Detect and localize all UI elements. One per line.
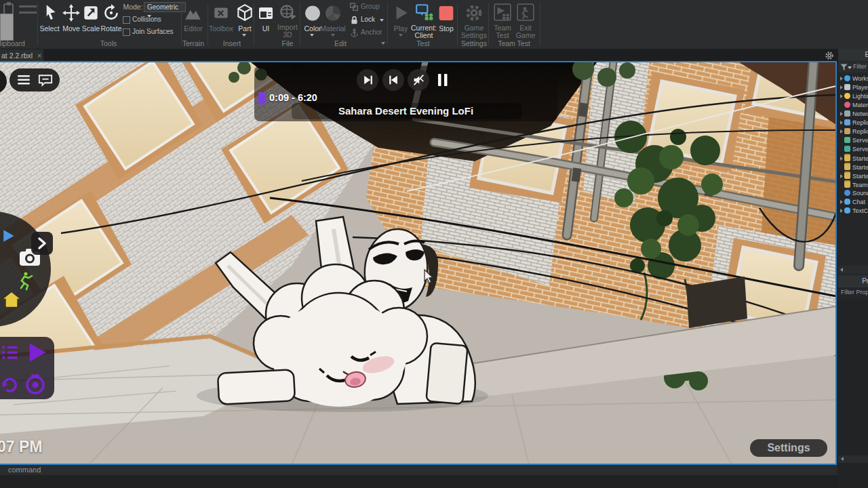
explorer-item-networkclient[interactable]: NetworkClient — [838, 110, 868, 119]
material-caret-icon[interactable] — [331, 34, 335, 37]
starterpack-icon — [844, 163, 850, 170]
explorer-item-soundservice[interactable]: SoundService — [838, 189, 868, 198]
expand-arrow-icon[interactable] — [840, 85, 843, 89]
color-caret-icon[interactable] — [310, 34, 314, 37]
filter-caret-icon — [848, 66, 852, 69]
tab-close-icon[interactable]: × — [37, 52, 41, 60]
expand-arrow-icon[interactable] — [840, 112, 843, 116]
play-button[interactable] — [391, 3, 411, 22]
paste-icon[interactable] — [1, 1, 18, 15]
run-icon[interactable] — [15, 271, 34, 291]
copy-shortcut[interactable] — [19, 5, 37, 7]
ui-icon — [256, 5, 275, 22]
explorer-filter-row[interactable]: Filter workspace — [838, 62, 868, 73]
viewport-gear-icon[interactable] — [825, 51, 834, 60]
explorer-item-lighting[interactable]: Lighting — [838, 92, 868, 101]
command-bar[interactable]: command — [0, 465, 837, 475]
chat-icon[interactable] — [38, 74, 53, 87]
part-button[interactable] — [235, 3, 255, 22]
insert-group-label: Insert — [217, 39, 247, 47]
explorer-item-workspace[interactable]: Workspace — [838, 75, 868, 83]
snapshot-camera-icon[interactable] — [24, 373, 46, 395]
explorer-item-label: ReplicatedStorage — [852, 128, 868, 135]
group-button[interactable]: Group — [350, 2, 391, 13]
mode-value: Geometric — [147, 3, 178, 11]
stop-button[interactable] — [437, 4, 456, 22]
team-test-icon — [492, 3, 513, 22]
mode-dropdown[interactable]: Geometric — [144, 2, 186, 12]
viewport-scene[interactable] — [0, 62, 836, 465]
exit-game-button[interactable] — [515, 3, 536, 22]
expand-arrow-icon[interactable] — [840, 129, 843, 134]
collisions-checkbox[interactable] — [123, 16, 130, 24]
exit-game-icon — [515, 3, 536, 22]
explorer-item-replicatedstorage[interactable]: ReplicatedStorage — [838, 127, 868, 136]
ui-button[interactable] — [256, 5, 275, 22]
startergui-icon — [844, 154, 850, 161]
join-surfaces-checkbox[interactable] — [123, 28, 130, 36]
color-button[interactable] — [303, 4, 322, 22]
explorer-item-serverscriptservice[interactable]: ServerScriptService — [838, 136, 868, 145]
explorer-item-players[interactable]: Players — [838, 83, 868, 92]
rotate-button[interactable] — [100, 3, 122, 22]
properties-filter-placeholder[interactable]: Filter Properties — [841, 289, 868, 296]
settings-button[interactable]: Settings — [750, 439, 827, 457]
song-progress-bar[interactable] — [258, 92, 265, 104]
explorer-item-startergui[interactable]: StarterGui — [838, 154, 868, 163]
terrain-editor-button[interactable] — [183, 3, 203, 22]
material-button[interactable] — [323, 4, 342, 22]
skip-next-button[interactable] — [357, 69, 378, 91]
explorer-item-label: StarterGui — [852, 155, 868, 162]
play-icon[interactable] — [24, 340, 49, 365]
expand-arrow-icon[interactable] — [840, 121, 843, 125]
explorer-hscrollbar[interactable] — [838, 266, 868, 274]
map-icon[interactable] — [1, 228, 18, 244]
explorer-item-chat[interactable]: Chat — [838, 198, 868, 207]
document-tab[interactable]: at 2.2.rbxl × — [0, 49, 43, 62]
game-settings-button[interactable] — [464, 3, 484, 22]
home-icon[interactable] — [3, 291, 20, 308]
playlist-icon[interactable] — [1, 344, 19, 361]
mute-button[interactable] — [408, 69, 429, 91]
explorer-item-replicatedfirst[interactable]: ReplicatedFirst — [838, 119, 868, 127]
properties-hscrollbar[interactable] — [838, 455, 868, 463]
explorer-item-label: SoundService — [852, 190, 868, 197]
expand-arrow-icon[interactable] — [840, 77, 843, 81]
loop-icon[interactable] — [0, 374, 19, 394]
explorer-item-serverstorage[interactable]: ServerStorage — [838, 145, 868, 154]
expand-arrow-icon[interactable] — [840, 157, 843, 161]
duplicate-shortcut[interactable] — [19, 12, 37, 14]
explorer-item-materialservice[interactable]: MaterialService — [838, 101, 868, 110]
expand-arrow-icon[interactable] — [840, 209, 843, 213]
lock-button[interactable]: Lock — [350, 15, 391, 26]
move-button[interactable] — [61, 3, 81, 22]
explorer-item-textchatservice[interactable]: TextChatService — [838, 207, 868, 216]
skip-previous-button[interactable] — [382, 69, 404, 91]
explorer-item-label: Chat — [852, 199, 865, 205]
expand-menu-button[interactable] — [31, 232, 53, 255]
expand-arrow-icon[interactable] — [840, 174, 843, 178]
toolbox-button[interactable] — [210, 3, 232, 22]
import-3d-button[interactable] — [277, 3, 298, 22]
floating-panel-sliver — [0, 14, 14, 41]
pause-button[interactable] — [437, 73, 448, 87]
anchor-button[interactable]: Anchor — [350, 28, 391, 39]
team-test-button[interactable] — [492, 3, 513, 22]
explorer-item-starterplayer[interactable]: StarterPlayer — [838, 171, 868, 180]
explorer-item-starterpack[interactable]: StarterPack — [838, 163, 868, 171]
expand-arrow-icon[interactable] — [840, 200, 843, 204]
current-client-button[interactable] — [412, 3, 437, 22]
expand-arrow-icon[interactable] — [840, 94, 843, 98]
explorer-title: Explorer — [838, 49, 868, 61]
ribbon-expand-icon[interactable] — [381, 42, 385, 45]
explorer-item-label: ServerScriptService — [852, 137, 868, 144]
explorer-item-label: StarterPlayer — [852, 173, 868, 180]
mute-icon — [412, 74, 425, 86]
explorer-item-teams[interactable]: Teams — [838, 180, 868, 189]
menu-hamburger-icon[interactable] — [18, 75, 31, 85]
terrain-icon — [183, 3, 203, 22]
scale-button[interactable] — [81, 3, 101, 22]
settings-group-label: Settings — [457, 39, 491, 47]
part-caret-icon[interactable] — [242, 34, 246, 37]
select-button[interactable] — [38, 3, 61, 22]
